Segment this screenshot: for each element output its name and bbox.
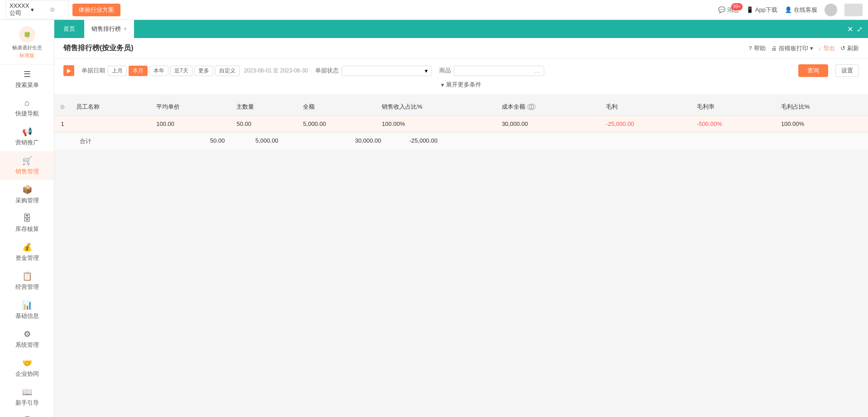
date-btn-more[interactable]: 更多 xyxy=(194,66,213,76)
sidebar-item-search-order[interactable]: ☰ 搜索菜单 xyxy=(0,65,54,94)
sidebar-item-enterprise[interactable]: 🤝 企业协同 xyxy=(0,354,54,383)
sidebar-item-purchase[interactable]: 📦 采购管理 xyxy=(0,180,54,209)
footer-quantity: 50.00 xyxy=(205,137,250,145)
search-order-icon: ☰ xyxy=(24,69,31,79)
tab-label: 销售排行榜 xyxy=(91,25,121,33)
top-bar: XXXXX公司 ▾ ⚙ 体验行业方案 💬 消息 99+ 📱 App下载 👤 在线… xyxy=(0,0,868,20)
tab-maximize-icon[interactable]: ⤢ xyxy=(857,25,863,34)
column-settings-icon[interactable]: ⚙ xyxy=(60,104,65,110)
sidebar-label-guide: 新手引导 xyxy=(15,399,39,407)
sidebar-item-finance[interactable]: 💰 资金管理 xyxy=(0,238,54,267)
sidebar-item-app-center[interactable]: 📱 应用中心 xyxy=(0,412,54,417)
export-button[interactable]: ↓ 导出 xyxy=(819,44,835,53)
th-settings: ⚙ xyxy=(54,98,71,116)
date-btn-custom[interactable]: 自定义 xyxy=(215,66,240,76)
sidebar-item-system[interactable]: ⚙ 系统管理 xyxy=(0,325,54,354)
sidebar-label-purchase: 采购管理 xyxy=(15,197,39,205)
cell-gross-profit: -25,000.00 xyxy=(600,116,691,132)
expand-row: ▾ 展开更多条件 xyxy=(63,81,859,89)
company-selector[interactable]: XXXXX公司 ▾ ⚙ xyxy=(5,0,69,19)
sales-ranking-table: ⚙ 员工名称 平均单价 主数量 全额 销售收入占比% 成本全额 ⓘ 毛利 毛利率… xyxy=(54,98,868,132)
trial-button[interactable]: 体验行业方案 xyxy=(72,4,120,16)
date-btn-prev-month[interactable]: 上月 xyxy=(108,66,127,76)
basic-info-icon: 📊 xyxy=(22,300,32,310)
settings-icon[interactable]: ⚙ xyxy=(50,6,65,13)
avatar[interactable] xyxy=(825,4,837,16)
sidebar-item-sales[interactable]: 🛒 销售管理 xyxy=(0,151,54,180)
cost-info-icon: ⓘ xyxy=(527,104,536,110)
export-label: 导出 xyxy=(823,44,835,53)
table-footer: 合计 50.00 5,000.00 30,000.00 -25,000.00 xyxy=(54,132,868,150)
date-buttons: 上月 本月 本年 近7天 更多 自定义 xyxy=(108,66,240,76)
page-title: 销售排行榜(按业务员) xyxy=(63,43,134,53)
logo-text2: 标准版 xyxy=(19,52,34,59)
expand-more-btn[interactable]: ▾ 展开更多条件 xyxy=(441,81,481,89)
guide-icon: 📖 xyxy=(22,387,32,397)
table-wrap: ⚙ 员工名称 平均单价 主数量 全额 销售收入占比% 成本全额 ⓘ 毛利 毛利率… xyxy=(54,98,868,132)
settings-button[interactable]: 设置 xyxy=(835,64,859,77)
th-cost: 成本全额 ⓘ xyxy=(496,98,600,116)
app-icon: 📱 xyxy=(746,6,753,13)
sidebar-item-inventory[interactable]: 🗄 库存核算 xyxy=(0,209,54,238)
th-gross-profit: 毛利 xyxy=(600,98,691,116)
footer-avg-price-spacer xyxy=(150,137,205,145)
cell-rank: 1 xyxy=(54,116,71,132)
message-badge: 99+ xyxy=(731,3,743,10)
sidebar-label-marketing: 营销推广 xyxy=(15,139,39,147)
tab-close-icon[interactable]: × xyxy=(124,26,127,32)
sidebar-label-finance: 资金管理 xyxy=(15,254,39,262)
status-label: 单据状态 xyxy=(315,67,339,75)
quick-nav-icon: ⌂ xyxy=(24,98,29,108)
cell-sales-pct: 100.00% xyxy=(376,116,496,132)
sidebar-label-enterprise: 企业协同 xyxy=(15,370,39,378)
query-button[interactable]: 查询 xyxy=(798,64,828,77)
tab-bar: 首页 销售排行榜 × ✕ ⤢ xyxy=(54,20,868,38)
print-button[interactable]: 🖨 按模板打印 ▾ xyxy=(771,44,813,53)
page-header: 销售排行榜(按业务员) ? 帮助 🖨 按模板打印 ▾ ↓ 导出 xyxy=(54,38,868,59)
expand-label: 展开更多条件 xyxy=(446,81,481,89)
refresh-icon: ↺ xyxy=(840,45,845,52)
date-btn-current-month[interactable]: 本月 xyxy=(129,66,148,76)
tab-close-window-icon[interactable]: ✕ xyxy=(847,25,853,34)
date-btn-7days[interactable]: 近7天 xyxy=(170,66,192,76)
app-download-item[interactable]: 📱 App下载 xyxy=(746,6,777,14)
th-total: 全额 xyxy=(297,98,376,116)
status-chevron-icon: ▾ xyxy=(425,67,428,74)
print-label: 按模板打印 xyxy=(779,44,808,53)
refresh-button[interactable]: ↺ 刷新 xyxy=(840,44,859,53)
tab-sales-ranking[interactable]: 销售排行榜 × xyxy=(84,20,134,38)
tab-home[interactable]: 首页 xyxy=(54,20,84,38)
status-select[interactable]: ▾ xyxy=(341,66,432,76)
sidebar-label-sales: 销售管理 xyxy=(15,168,39,176)
operations-icon: 📋 xyxy=(22,271,32,281)
print-chevron-icon: ▾ xyxy=(810,45,813,52)
help-button[interactable]: ? 帮助 xyxy=(748,44,765,53)
enterprise-icon: 🤝 xyxy=(22,358,32,368)
message-item[interactable]: 💬 消息 99+ xyxy=(718,6,739,14)
cell-total: 5,000.00 xyxy=(297,116,376,132)
top-bar-right: 💬 消息 99+ 📱 App下载 👤 在线客服 xyxy=(718,4,863,16)
sidebar-item-basic-info[interactable]: 📊 基础信息 xyxy=(0,296,54,325)
finance-icon: 💰 xyxy=(22,242,32,252)
footer-sales-pct-spacer xyxy=(295,137,350,145)
sidebar-item-operations[interactable]: 📋 经营管理 xyxy=(0,267,54,296)
page-actions: ? 帮助 🖨 按模板打印 ▾ ↓ 导出 ↺ 刷新 xyxy=(748,44,859,53)
table-row: 1 100.00 50.00 5,000.00 100.00% 30,000.0… xyxy=(54,116,868,132)
goods-input[interactable]: … xyxy=(454,66,544,76)
table-header-row: ⚙ 员工名称 平均单价 主数量 全额 销售收入占比% 成本全额 ⓘ 毛利 毛利率… xyxy=(54,98,868,116)
th-gross-pct: 毛利占比% xyxy=(776,98,868,116)
footer-row: 合计 50.00 5,000.00 30,000.00 -25,000.00 xyxy=(60,137,863,145)
refresh-label: 刷新 xyxy=(847,44,859,53)
date-btn-current-year[interactable]: 本年 xyxy=(149,66,168,76)
sidebar-item-quick-nav[interactable]: ⌂ 快捷导航 xyxy=(0,94,54,122)
filter-expand-toggle[interactable]: ▶ xyxy=(63,65,74,76)
purchase-icon: 📦 xyxy=(22,185,32,195)
online-service-item[interactable]: 👤 在线客服 xyxy=(785,6,817,14)
content-area: 首页 销售排行榜 × ✕ ⤢ 销售排行榜(按业务员) ? 帮助 xyxy=(54,20,868,417)
sidebar-item-guide[interactable]: 📖 新手引导 xyxy=(0,383,54,412)
sidebar-label-quick-nav: 快捷导航 xyxy=(15,110,39,118)
sidebar-item-marketing[interactable]: 📢 营销推广 xyxy=(0,122,54,151)
goods-label: 商品 xyxy=(439,67,451,75)
sales-icon: 🛒 xyxy=(22,156,32,166)
sidebar-label-basic-info: 基础信息 xyxy=(15,312,39,320)
